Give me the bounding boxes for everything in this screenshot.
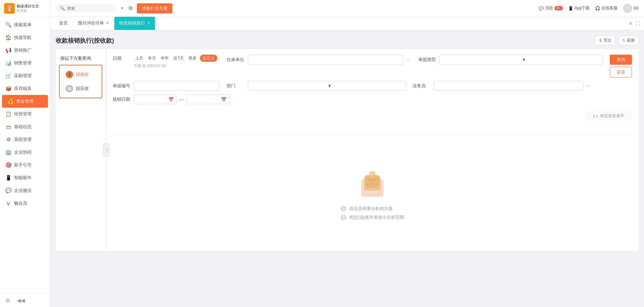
query-button[interactable]: 查询: [610, 55, 632, 65]
shortcut-last-month[interactable]: 上月: [134, 55, 145, 62]
tab-home[interactable]: 首页: [54, 17, 72, 30]
export-button[interactable]: ⬆ 导出: [595, 36, 615, 45]
page-title: 收款核销执行(按收款): [56, 37, 114, 45]
solution-button[interactable]: 体验行业方案: [137, 3, 172, 13]
topbar-gear-icon[interactable]: ⚙: [128, 5, 133, 11]
collapse-more-button[interactable]: ∧∧ 收起更多条件: [585, 111, 632, 121]
svg-rect-5: [368, 182, 374, 183]
verify-date-start-input[interactable]: 2023-03-01: [137, 97, 167, 102]
verify-date-start[interactable]: 2023-03-01 📅: [134, 94, 177, 104]
sidebar-item-purchase[interactable]: 🛒 采购管理: [0, 69, 50, 82]
tab-expand-icon[interactable]: ⛶: [635, 21, 640, 26]
app-download-label: App下载: [575, 5, 590, 11]
tabbar: 首页 预付冲应付单 ✕ 收款核销执行 ✕ ✕ ⛶: [50, 17, 644, 30]
sidebar-item-finance[interactable]: 💰 资金管理: [2, 95, 48, 108]
service-icon: 🎧: [595, 6, 600, 11]
sidebar-item-sales[interactable]: 📊 销售管理: [0, 57, 50, 69]
tab-label: 预付冲应付单: [78, 20, 104, 26]
shortcut-7days[interactable]: 近7天: [172, 55, 185, 62]
search-input[interactable]: [67, 6, 112, 11]
svg-rect-4: [368, 180, 377, 181]
dept-arrow-icon: ▼: [328, 84, 403, 88]
sidebar-item-label: 畅会员: [14, 200, 27, 206]
empty-tips: 1 请先选择要分析的方案 2 用[过滤]条件来缩小分析范围: [340, 206, 404, 220]
sidebar-item-enterprise[interactable]: 🏢 企业协同: [0, 146, 50, 159]
filter-collapse-button[interactable]: 《: [103, 143, 110, 157]
partner-label: 往来单位: [227, 57, 245, 63]
hardware-icon: 📱: [5, 175, 11, 181]
sidebar-item-label: 系统管理: [14, 137, 32, 143]
shortcut-custom[interactable]: 自定义: [200, 55, 217, 62]
verify-date-end[interactable]: 2023-07-21 📅: [186, 94, 229, 104]
search-chevron-icon[interactable]: ▼: [120, 6, 124, 11]
query-row-1: 日期 上月 本月 本年 近7天 更多 自定义: [113, 55, 632, 78]
sidebar-item-guide[interactable]: 🎯 新手引导: [0, 159, 50, 171]
operations-icon: 📋: [5, 111, 11, 117]
sidebar-item-search[interactable]: 🔍 搜索菜单: [0, 18, 50, 31]
doc-type-select[interactable]: ▼: [439, 55, 603, 65]
filter-option-by-receivable[interactable]: 🕐 按应收: [62, 82, 99, 95]
sidebar-item-label: 营销推广: [14, 47, 32, 53]
setting-button[interactable]: 设置: [610, 67, 632, 78]
tab-close-icon[interactable]: ✕: [106, 21, 109, 25]
shortcut-more[interactable]: 更多: [187, 55, 198, 62]
calendar-end-icon[interactable]: 📅: [221, 97, 226, 102]
partner-more-icon[interactable]: ···: [405, 57, 412, 63]
sidebar-item-label: 经营管理: [14, 111, 32, 117]
sidebar-item-basic[interactable]: 🗃 基础信息: [0, 120, 50, 133]
online-service-label: 在线客服: [601, 5, 618, 11]
user-item[interactable]: Rit: [623, 4, 639, 13]
filter-title: 按以下方案查询: [56, 53, 106, 65]
dept-select[interactable]: ▼: [248, 81, 406, 91]
refresh-label: 刷新: [627, 38, 635, 43]
date-separator: —: [179, 97, 184, 102]
sidebar-item-label: 销售管理: [14, 60, 32, 66]
sidebar-item-hardware[interactable]: 📱 智能硬件: [0, 171, 50, 184]
salesman-field: ···: [434, 81, 592, 91]
topbar: 🔍 ▼ ⚙ 体验行业方案 💬 消息 99+ 📱 App下载 🎧 在线客服 Rit: [50, 0, 644, 17]
salesman-more-icon[interactable]: ···: [585, 83, 592, 89]
refresh-button[interactable]: ↻ 刷新: [619, 36, 639, 45]
sidebar-item-inventory[interactable]: 📦 库存核算: [0, 82, 50, 95]
dept-label: 部门: [227, 83, 245, 89]
sidebar-item-marketing[interactable]: 📢 营销推广: [0, 44, 50, 57]
partner-input[interactable]: [248, 55, 403, 65]
sidebar-item-label: 资金管理: [16, 98, 34, 104]
content-area: 收款核销执行(按收款) ⬆ 导出 ↻ 刷新 按以下方案查询 💲: [50, 30, 644, 307]
shortcut-this-month[interactable]: 本月: [147, 55, 157, 62]
sidebar-item-system[interactable]: ⚙ 系统管理: [0, 133, 50, 146]
shortcut-this-year[interactable]: 本年: [159, 55, 170, 62]
doc-type-arrow-icon: ▼: [522, 57, 600, 62]
online-service-item[interactable]: 🎧 在线客服: [595, 5, 618, 11]
logo-icon: 🐰: [4, 3, 15, 14]
sidebar-item-wechat[interactable]: 💬 企业微信: [0, 184, 50, 197]
tab-label: 首页: [59, 20, 68, 26]
tab-receipt-offset[interactable]: 收款核销执行 ✕: [114, 17, 155, 30]
refresh-icon: ↻: [622, 38, 626, 43]
empty-state: 1 请先选择要分析的方案 2 用[过滤]条件来缩小分析范围: [106, 136, 639, 251]
filter-option-label: 按收款: [76, 71, 89, 78]
tab-close-icon[interactable]: ✕: [147, 21, 150, 25]
sidebar-item-member[interactable]: V 畅会员: [0, 197, 50, 210]
topbar-right: 💬 消息 99+ 📱 App下载 🎧 在线客服 Rit: [539, 4, 639, 13]
calendar-start-icon[interactable]: 📅: [168, 97, 174, 102]
tab-close-all-icon[interactable]: ✕: [629, 21, 633, 26]
guide-icon: 🎯: [5, 162, 11, 168]
date-shortcuts: 上月 本月 本年 近7天 更多 自定义: [134, 55, 217, 62]
collapse-sidebar-icon[interactable]: ◀◀: [17, 297, 25, 304]
sidebar-item-quick-nav[interactable]: 🏠 快捷导航: [0, 31, 50, 44]
salesman-input[interactable]: [434, 81, 583, 91]
message-item[interactable]: 💬 消息 99+: [539, 5, 563, 11]
settings-bottom-icon[interactable]: ⚙: [5, 297, 10, 304]
tab-prepay[interactable]: 预付冲应付单 ✕: [73, 17, 114, 30]
sidebar-logo: 🐰 畅捷通好生意 标准版: [0, 0, 50, 17]
app-download-item[interactable]: 📱 App下载: [568, 5, 590, 11]
user-avatar: [623, 4, 632, 13]
sidebar-item-operations[interactable]: 📋 经营管理: [0, 108, 50, 120]
verify-date-end-input[interactable]: 2023-07-21: [190, 97, 220, 102]
filter-option-by-receipt[interactable]: 💲 按收款: [62, 68, 99, 81]
doc-no-input[interactable]: [134, 81, 220, 91]
marketing-icon: 📢: [5, 47, 11, 53]
search-bar[interactable]: 🔍: [56, 4, 116, 12]
home-icon: 🏠: [5, 35, 11, 41]
